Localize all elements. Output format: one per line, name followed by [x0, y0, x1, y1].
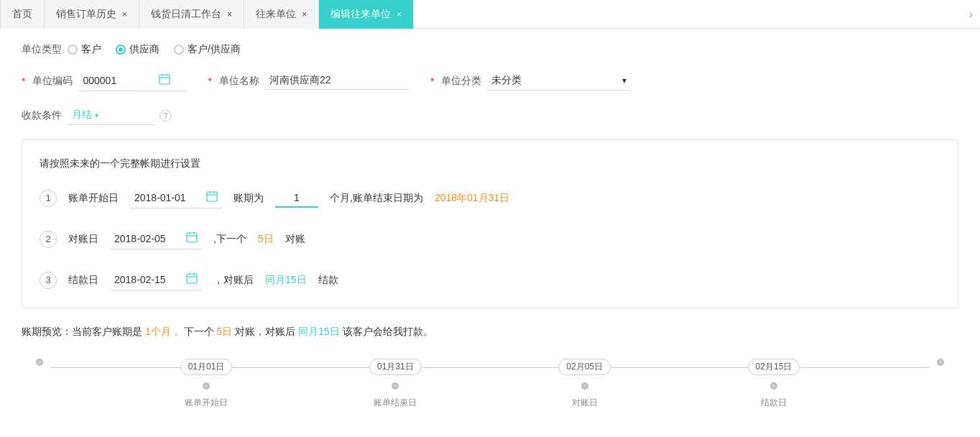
timeline-label-2: 01月31日	[369, 359, 422, 375]
tab-home-label: 首页	[12, 8, 32, 21]
radio-supplier-label: 供应商	[129, 43, 160, 56]
tab-partners-close[interactable]: ×	[302, 10, 307, 19]
payment-terms-select[interactable]: 月结 ▾	[68, 106, 154, 125]
period-input[interactable]	[275, 189, 318, 208]
radio-both[interactable]: 客户/供应商	[174, 43, 241, 56]
tab-sales-history-label: 销售订单历史	[56, 8, 116, 21]
card-row-2-date	[110, 229, 202, 249]
timeline-label-4: 02月15日	[748, 359, 800, 375]
tab-edit-partner[interactable]: 编辑往来单位 ×	[319, 0, 414, 29]
timeline-label-3: 02月05日	[558, 359, 611, 375]
svg-rect-0	[160, 75, 170, 84]
unit-category-select[interactable]: 未分类 ▾	[487, 71, 631, 91]
tab-cashflow[interactable]: 钱货日清工作台 ×	[139, 0, 244, 29]
card-row-2-label: 对账日	[68, 233, 98, 246]
timeline-point-2: 01月31日 账单结束日	[369, 359, 422, 409]
timeline-left-dot	[36, 359, 43, 366]
radio-customer-label: 客户	[81, 43, 101, 56]
unit-type-label: 单位类型	[22, 43, 62, 56]
tab-home[interactable]: 首页	[0, 0, 45, 29]
unit-name-label: 单位名称	[219, 75, 259, 88]
payment-terms-value: 月结	[72, 109, 92, 121]
card-row-3-label: 结款日	[68, 274, 98, 287]
preview-middle2: 对账，对账后	[235, 326, 295, 337]
card-row-1-prefix: 账期为	[234, 192, 264, 205]
timeline-sub-2: 账单结束日	[374, 397, 417, 409]
timeline-dot-1	[203, 382, 210, 390]
card-row-1: 1 账单开始日 账期为 个月,账单结束日期为 2018年01月31日	[40, 188, 940, 208]
card-row-2-num: 2	[40, 231, 57, 248]
preview-prefix: 账期预览：当前客户账期是	[22, 326, 142, 337]
unit-category-chevron: ▾	[622, 75, 627, 86]
card-row-2-calendar-icon[interactable]	[186, 231, 198, 246]
timeline-point-4: 02月15日 结款日	[748, 359, 800, 409]
preview-highlight2: 5日	[216, 326, 232, 337]
card-row-3-highlight: 同月15日	[265, 274, 307, 287]
card-row-3-date-input[interactable]	[114, 274, 179, 285]
timeline-point-1: 01月01日 账单开始日	[180, 359, 233, 409]
timeline-label-1: 01月01日	[180, 359, 233, 375]
unit-code-input[interactable]	[83, 75, 154, 86]
tab-more-icon: ›	[969, 8, 973, 21]
card-row-3-num: 3	[40, 272, 57, 289]
timeline-points: 01月01日 账单开始日 01月31日 账单结束日 02月05日 对账日 02月…	[50, 359, 930, 409]
unit-type-row: 单位类型 客户 供应商 客户/供应商	[22, 43, 958, 56]
card-row-2-date-input[interactable]	[114, 233, 179, 244]
card-title: 请按照未来的一个完整帐期进行设置	[40, 157, 940, 170]
unit-category-star: *	[430, 75, 434, 87]
timeline-sub-1: 账单开始日	[185, 397, 228, 409]
unit-code-item: * 单位编码	[22, 70, 186, 91]
timeline-dot-4	[770, 382, 777, 390]
timeline-end-dot	[937, 359, 944, 366]
radio-supplier[interactable]: 供应商	[116, 43, 160, 56]
card-row-3-date	[110, 270, 202, 290]
card-row-2: 2 对账日 ,下一个 5日 对账	[40, 229, 940, 249]
help-question-mark: ?	[163, 111, 167, 120]
tab-cashflow-label: 钱货日清工作台	[151, 8, 221, 21]
timeline: 01月01日 账单开始日 01月31日 账单结束日 02月05日 对账日 02月…	[22, 359, 958, 409]
preview-section: 账期预览：当前客户账期是 1个月， 下一个 5日 对账，对账后 同月15日 该客…	[22, 314, 958, 409]
timeline-dot-3	[581, 382, 588, 390]
tab-more-button[interactable]: ›	[962, 0, 980, 29]
unit-category-item: * 单位分类 未分类 ▾	[430, 71, 631, 91]
preview-highlight3: 同月15日	[298, 326, 340, 337]
card-row-2-suffix: 对账	[285, 233, 305, 246]
unit-name-input[interactable]	[265, 72, 409, 90]
page-content: 单位类型 客户 供应商 客户/供应商 * 单位编码	[0, 29, 980, 437]
unit-code-input-wrapper	[78, 70, 186, 91]
card-row-3-suffix: 结款	[318, 274, 338, 287]
timeline-sub-3: 对账日	[572, 397, 598, 409]
card-row-3-prefix: ，对账后	[213, 274, 254, 287]
card-row-1-suffix: 个月,账单结束日期为	[330, 192, 423, 205]
radio-supplier-circle	[116, 45, 126, 55]
payment-terms-help[interactable]: ?	[160, 110, 171, 121]
unit-type-item: 单位类型 客户 供应商 客户/供应商	[22, 43, 241, 56]
unit-code-label: 单位编码	[32, 75, 73, 88]
svg-rect-4	[207, 192, 217, 201]
tab-bar: 首页 销售订单历史 × 钱货日清工作台 × 往来单位 × 编辑往来单位 × ›	[0, 0, 980, 29]
payment-terms-chevron: ▾	[95, 111, 98, 119]
payment-terms-row: 收款条件 月结 ▾ ?	[22, 106, 958, 125]
radio-customer-circle	[68, 45, 78, 55]
card-row-1-calendar-icon[interactable]	[206, 190, 218, 205]
preview-middle1: 下一个	[184, 326, 214, 337]
timeline-sub-4: 结款日	[761, 397, 787, 409]
radio-customer[interactable]: 客户	[68, 43, 101, 56]
tab-partners-label: 往来单位	[256, 8, 296, 21]
preview-suffix: 该客户会给我打款。	[343, 326, 433, 337]
card-row-1-date-input[interactable]	[134, 192, 199, 203]
card-row-3-calendar-icon[interactable]	[186, 272, 198, 287]
svg-rect-8	[187, 233, 197, 242]
tab-sales-history[interactable]: 销售订单历史 ×	[45, 0, 139, 29]
preview-highlight1: 1个月，	[145, 326, 181, 337]
unit-code-calendar-icon[interactable]	[159, 73, 170, 88]
tab-partners[interactable]: 往来单位 ×	[244, 0, 319, 29]
tab-cashflow-close[interactable]: ×	[227, 10, 232, 19]
card-row-1-label: 账单开始日	[68, 192, 119, 205]
timeline-start-dot	[36, 359, 43, 366]
card-row-1-date	[130, 188, 222, 208]
unit-type-radio-group: 客户 供应商 客户/供应商	[68, 43, 241, 56]
unit-category-value: 未分类	[491, 74, 622, 87]
tab-edit-partner-close[interactable]: ×	[397, 10, 402, 19]
tab-sales-history-close[interactable]: ×	[122, 10, 127, 19]
